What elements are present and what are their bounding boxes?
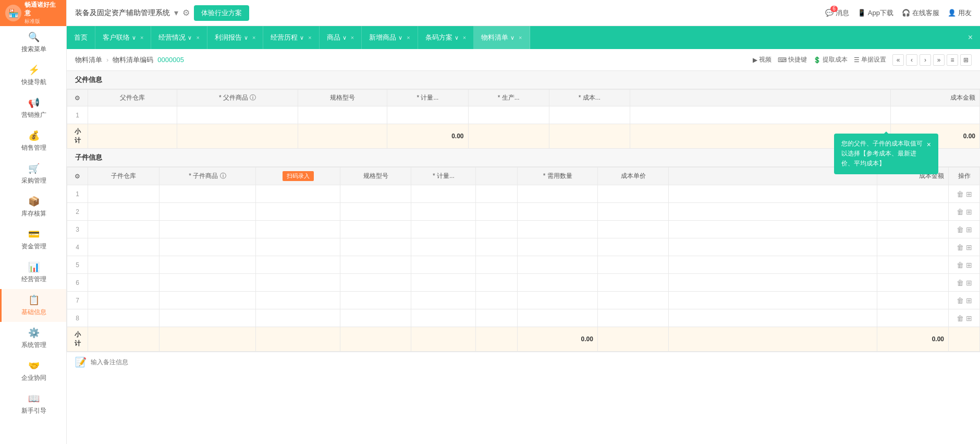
delete-icon[interactable]: 🗑: [957, 208, 964, 216]
sidebar-item-guide[interactable]: 📖 新手引导: [0, 388, 66, 421]
production-cell[interactable]: [468, 106, 549, 124]
action-view[interactable]: ▶ 视频: [753, 55, 771, 64]
sidebar-item-cooperation[interactable]: 🤝 企业协同: [0, 355, 66, 388]
sidebar-item-sales[interactable]: 💰 销售管理: [0, 125, 66, 158]
copy-icon[interactable]: ⊞: [966, 296, 972, 305]
app-download-item[interactable]: 📱 App下载: [858, 8, 893, 18]
tab-profit-report[interactable]: 利润报告 ∨ ×: [207, 26, 263, 49]
tab-close-icon[interactable]: ×: [351, 34, 354, 41]
trial-button[interactable]: 体验行业方案: [194, 5, 249, 21]
tab-close-icon[interactable]: ×: [196, 34, 199, 41]
cost-type-cell[interactable]: [549, 106, 630, 124]
settings-icon[interactable]: ⚙: [182, 8, 190, 18]
child-spec-1[interactable]: [340, 185, 411, 203]
tab-close-icon[interactable]: ×: [252, 34, 255, 41]
tab-customer[interactable]: 客户联络 ∨ ×: [95, 26, 151, 49]
cost-tooltip: × 您的父件、子件的成本取值可以选择【参考成本、最新进价、平均成本】: [834, 134, 938, 174]
tab-close-icon[interactable]: ×: [140, 34, 143, 41]
table-row: 4 🗑⊞: [67, 238, 980, 256]
parent-warehouse-cell[interactable]: [88, 106, 177, 124]
scan-button[interactable]: 扫码录入: [283, 171, 314, 181]
tooltip-close-btn[interactable]: ×: [927, 139, 931, 150]
online-service-item[interactable]: 🎧 在线客服: [902, 8, 939, 18]
action-doc-settings[interactable]: ☰ 单据设置: [854, 55, 886, 64]
child-ucost-1[interactable]: [597, 185, 669, 203]
cooperation-icon: 🤝: [28, 360, 40, 371]
online-service-label: 在线客服: [912, 8, 939, 18]
sidebar-item-operation[interactable]: 📊 经营管理: [0, 256, 66, 289]
tab-operation-status[interactable]: 经营情况 ∨ ×: [151, 26, 207, 49]
tab-new-goods[interactable]: 新增商品 ∨ ×: [362, 26, 418, 49]
parent-goods-cell[interactable]: [177, 106, 298, 124]
user-item[interactable]: 👤 用友: [948, 8, 972, 18]
sidebar-item-search[interactable]: 🔍 搜索菜单: [0, 26, 66, 59]
pager-prev[interactable]: ‹: [906, 54, 917, 66]
sidebar-item-marketing[interactable]: 📢 营销推广: [0, 92, 66, 125]
action-cost[interactable]: 💲 提取成本: [813, 55, 848, 64]
tab-barcode[interactable]: 条码方案 ∨ ×: [418, 26, 474, 49]
pager-next[interactable]: ›: [920, 54, 931, 66]
spec-cell[interactable]: [298, 106, 387, 124]
th-cost-amount: 成本金额: [890, 90, 979, 106]
copy-icon[interactable]: ⊞: [966, 190, 972, 198]
sidebar-item-quick-nav[interactable]: ⚡ 快捷导航: [0, 59, 66, 92]
tab-operation-history[interactable]: 经营历程 ∨ ×: [263, 26, 319, 49]
child-subtotal-row: 小计 0.00 0.00: [67, 327, 980, 352]
dropdown-icon[interactable]: ▾: [174, 8, 178, 18]
message-item[interactable]: 💬 6 消息: [825, 8, 849, 18]
action-cost-label: 提取成本: [823, 55, 848, 64]
action-shortcut[interactable]: ⌨ 快捷键: [778, 55, 807, 64]
message-badge: 💬 6: [825, 9, 834, 17]
delete-icon[interactable]: 🗑: [957, 225, 964, 234]
content-area: × 您的父件、子件的成本取值可以选择【参考成本、最新进价、平均成本】 父件信息 …: [67, 71, 980, 444]
tab-arrow-icon: ∨: [342, 34, 347, 41]
marketing-icon: 📢: [28, 97, 40, 109]
note-input[interactable]: [91, 358, 972, 366]
th-production: * 生产...: [468, 90, 549, 106]
delete-icon[interactable]: 🗑: [957, 261, 964, 269]
pager-list-view[interactable]: ≡: [947, 54, 958, 66]
quick-nav-icon: ⚡: [28, 64, 40, 76]
tab-label: 经营情况: [158, 33, 186, 42]
copy-icon[interactable]: ⊞: [966, 208, 972, 216]
delete-icon[interactable]: 🗑: [957, 314, 964, 322]
pager-grid-view[interactable]: ⊞: [960, 54, 972, 66]
copy-icon[interactable]: ⊞: [966, 314, 972, 322]
delete-icon[interactable]: 🗑: [957, 296, 964, 305]
pager-next-next[interactable]: »: [933, 54, 945, 66]
action-view-label: 视频: [759, 55, 771, 64]
copy-icon[interactable]: ⊞: [966, 279, 972, 287]
th-child-settings[interactable]: ⚙: [67, 167, 88, 185]
sidebar-item-basic-info[interactable]: 📋 基础信息: [0, 289, 66, 322]
th-settings[interactable]: ⚙: [67, 90, 88, 106]
tab-close-icon[interactable]: ×: [519, 34, 522, 41]
tab-close-icon[interactable]: ×: [308, 34, 311, 41]
pager-prev-prev[interactable]: «: [892, 54, 904, 66]
child-wh-1[interactable]: [88, 185, 160, 203]
delete-icon[interactable]: 🗑: [957, 279, 964, 287]
cost-amount-cell: [890, 106, 979, 124]
unit-cell[interactable]: [387, 106, 468, 124]
tab-arrow-icon: ∨: [188, 34, 192, 41]
delete-icon[interactable]: 🗑: [957, 243, 964, 251]
child-goods-1[interactable]: [159, 185, 256, 203]
child-qty-1[interactable]: [518, 185, 597, 203]
delete-icon[interactable]: 🗑: [957, 190, 964, 198]
tab-bom[interactable]: 物料清单 ∨ ×: [474, 26, 530, 49]
sidebar-item-system[interactable]: ⚙️ 系统管理: [0, 322, 66, 355]
nav-close-all[interactable]: ×: [961, 33, 980, 42]
copy-icon[interactable]: ⊞: [966, 225, 972, 234]
th-parent-warehouse: 父件仓库: [88, 90, 177, 106]
sidebar-item-inventory[interactable]: 📦 库存核算: [0, 190, 66, 223]
child-unit-1[interactable]: [411, 185, 476, 203]
tab-close-icon[interactable]: ×: [463, 34, 466, 41]
tab-close-icon[interactable]: ×: [407, 34, 410, 41]
breadcrumb-sep: ›: [106, 56, 108, 64]
copy-icon[interactable]: ⊞: [966, 261, 972, 269]
sidebar-item-finance[interactable]: 💳 资金管理: [0, 223, 66, 256]
tab-home[interactable]: 首页: [67, 26, 95, 49]
tab-label: 经营历程: [271, 33, 298, 42]
sidebar-item-purchase[interactable]: 🛒 采购管理: [0, 158, 66, 190]
copy-icon[interactable]: ⊞: [966, 243, 972, 251]
tab-goods[interactable]: 商品 ∨ ×: [320, 26, 362, 49]
